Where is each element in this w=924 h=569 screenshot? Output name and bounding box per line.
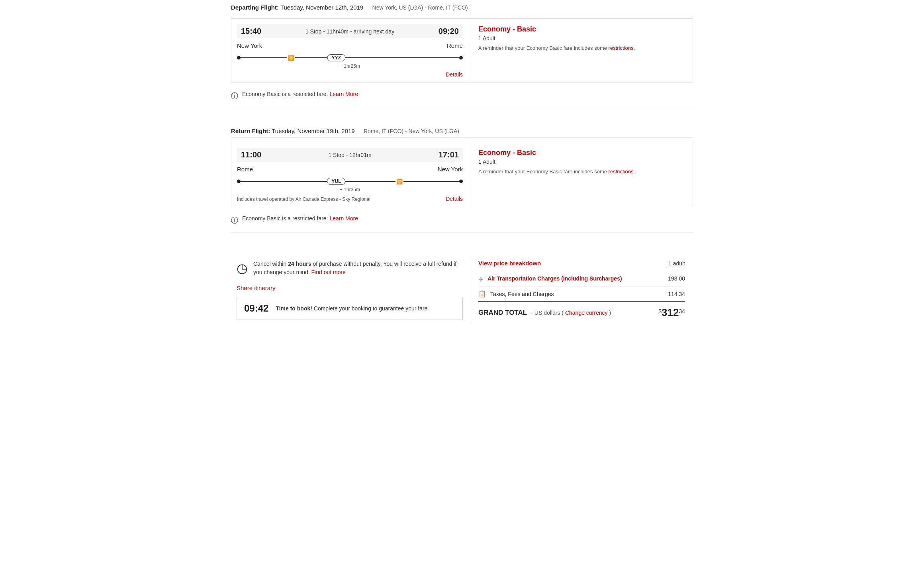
- return-fare-note-post: .: [633, 169, 635, 175]
- departing-stop-badge: YYZ: [327, 54, 345, 61]
- return-label: Return Flight:: [231, 128, 270, 134]
- grand-total-price: $31234: [658, 306, 685, 319]
- departing-city-from: New York: [237, 42, 262, 49]
- cancel-text: Cancel within 24 hours of purchase witho…: [253, 260, 463, 277]
- return-details-row: Details: [446, 196, 463, 202]
- return-fare-title: Economy - Basic: [478, 149, 685, 157]
- departing-warning: ⓘ Economy Basic is a restricted fare. Le…: [231, 87, 693, 108]
- departing-flight-right: Economy - Basic 1 Adult A reminder that …: [470, 19, 693, 82]
- air-charges-label: Air Transportation Charges (Including Su…: [487, 275, 622, 282]
- timer-bold: Time to book!: [276, 305, 312, 312]
- grand-total-label: GRAND TOTAL: [478, 309, 527, 316]
- taxes-amount: 114.34: [668, 291, 685, 297]
- departing-path-line: [240, 57, 460, 58]
- return-flight-right: Economy - Basic 1 Adult A reminder that …: [470, 142, 693, 207]
- bottom-right: View price breakdown 1 adult ✈ Air Trans…: [470, 256, 693, 324]
- return-details-link[interactable]: Details: [446, 196, 463, 202]
- departing-wifi-icon: 🛜: [287, 55, 295, 61]
- departing-fare-note-post: .: [633, 45, 635, 51]
- departing-flight-left: 15:40 1 Stop - 11hr40m - arriving next d…: [231, 19, 470, 82]
- return-learn-more-link[interactable]: Learn More: [329, 215, 358, 222]
- departing-label: Departing Flight:: [231, 4, 279, 11]
- change-currency-pre: (: [562, 310, 564, 316]
- find-out-more-link[interactable]: Find out more: [311, 269, 346, 275]
- departing-layover: + 1hr25m: [237, 63, 463, 69]
- price-row-air: ✈ Air Transportation Charges (Including …: [478, 272, 685, 287]
- cancel-bold: 24 hours: [288, 261, 311, 267]
- return-city-row: Rome New York: [237, 166, 463, 173]
- price-row-air-label: ✈ Air Transportation Charges (Including …: [478, 275, 660, 283]
- departing-flight-card: 15:40 1 Stop - 11hr40m - arriving next d…: [231, 18, 693, 83]
- departing-dot-left: [237, 56, 241, 60]
- price-row-air-text: Air Transportation Charges (Including Su…: [487, 275, 622, 282]
- departing-route: New York, US (LGA) - Rome, IT (FCO): [372, 4, 468, 11]
- return-path-line: [240, 181, 460, 182]
- return-flight-card: 11:00 1 Stop - 12hr01m 17:01 Rome New Yo…: [231, 142, 693, 207]
- share-itinerary-link[interactable]: Share itinerary: [237, 284, 276, 291]
- departing-fare-note-pre: A reminder that your Economy Basic fare …: [478, 45, 609, 51]
- return-city-from: Rome: [237, 166, 253, 173]
- return-fare-note-pre: A reminder that your Economy Basic fare …: [478, 169, 609, 175]
- grand-total-left: GRAND TOTAL - US dollars ( Change curren…: [478, 309, 611, 317]
- taxes-label-group: 📋 Taxes, Fees and Charges: [478, 290, 554, 298]
- price-header-adult: 1 adult: [668, 260, 685, 267]
- return-route: Rome, IT (FCO) - New York, US (LGA): [364, 128, 459, 134]
- grand-total-currency: - US dollars ( Change currency ): [531, 310, 611, 316]
- departing-dot-right: [459, 56, 463, 60]
- timer-bar: 09:42 Time to book! Complete your bookin…: [237, 297, 463, 320]
- return-depart-time: 11:00: [241, 150, 269, 159]
- departing-city-row: New York Rome: [237, 42, 463, 49]
- return-operated-by: Includes travel operated by Air Canada E…: [237, 196, 370, 202]
- return-flight-header: Return Flight: Tuesday, November 19th, 2…: [231, 124, 693, 138]
- return-date: Tuesday, November 19th, 2019: [272, 128, 354, 134]
- departing-details-link[interactable]: Details: [446, 71, 463, 78]
- departing-restrictions-link[interactable]: restrictions: [609, 45, 634, 51]
- timer-text-mid: Complete your booking to guarantee your …: [314, 305, 429, 312]
- clock-icon: ◷: [237, 261, 248, 276]
- change-currency-link[interactable]: Change currency: [565, 310, 608, 316]
- departing-date: Tuesday, November 12th, 2019: [280, 4, 363, 11]
- return-restrictions-link[interactable]: restrictions: [609, 169, 634, 175]
- return-fare-note: A reminder that your Economy Basic fare …: [478, 168, 685, 175]
- departing-stop-info: 1 Stop - 11hr40m - arriving next day: [269, 28, 431, 35]
- departing-times-row: 15:40 1 Stop - 11hr40m - arriving next d…: [237, 24, 463, 38]
- return-flight-left: 11:00 1 Stop - 12hr01m 17:01 Rome New Yo…: [231, 142, 470, 207]
- total-cents: 34: [679, 308, 685, 314]
- total-main: 312: [662, 306, 679, 318]
- return-layover: + 1hr35m: [237, 187, 463, 192]
- price-row-taxes: 📋 Taxes, Fees and Charges 114.34: [478, 287, 685, 302]
- departing-learn-more-link[interactable]: Learn More: [329, 91, 358, 97]
- price-header: View price breakdown 1 adult: [478, 260, 685, 267]
- timer-text: Time to book! Complete your booking to g…: [276, 305, 429, 312]
- view-price-breakdown-link[interactable]: View price breakdown: [478, 260, 541, 267]
- departing-flight-path: 🛜 YYZ: [237, 53, 463, 63]
- airplane-price-icon: ✈: [478, 276, 484, 283]
- return-times-row: 11:00 1 Stop - 12hr01m 17:01: [237, 148, 463, 162]
- return-dot-left: [237, 180, 241, 183]
- departing-flight-header: Departing Flight: Tuesday, November 12th…: [231, 0, 693, 14]
- grand-total-row: GRAND TOTAL - US dollars ( Change curren…: [478, 302, 685, 320]
- return-warning: ⓘ Economy Basic is a restricted fare. Le…: [231, 211, 693, 233]
- return-flight-path: YUL 🛜: [237, 177, 463, 186]
- change-currency-post: ): [609, 310, 611, 316]
- taxes-label: Taxes, Fees and Charges: [490, 291, 554, 297]
- bottom-area: ◷ Cancel within 24 hours of purchase wit…: [231, 256, 693, 324]
- taxes-icon: 📋: [478, 290, 486, 298]
- return-dot-right: [459, 180, 463, 183]
- departing-warning-text: Economy Basic is a restricted fare.: [242, 91, 328, 97]
- departing-fare-title: Economy - Basic: [478, 25, 685, 33]
- return-warning-text: Economy Basic is a restricted fare.: [242, 215, 328, 222]
- air-charges-amount: 198.00: [668, 275, 685, 282]
- currency-text: - US dollars: [531, 310, 560, 316]
- timer-time: 09:42: [244, 303, 268, 314]
- departing-details-row: Details: [237, 71, 463, 78]
- cancel-notice: ◷ Cancel within 24 hours of purchase wit…: [237, 260, 463, 277]
- return-city-to: New York: [438, 166, 463, 173]
- return-fare-pax: 1 Adult: [478, 159, 685, 165]
- cancel-text-pre: Cancel within: [253, 261, 288, 267]
- departing-city-to: Rome: [447, 42, 463, 49]
- return-stop-badge: YUL: [327, 178, 345, 185]
- departing-fare-pax: 1 Adult: [478, 35, 685, 41]
- return-wifi-icon: 🛜: [395, 179, 403, 184]
- return-arrive-time: 17:01: [431, 150, 459, 159]
